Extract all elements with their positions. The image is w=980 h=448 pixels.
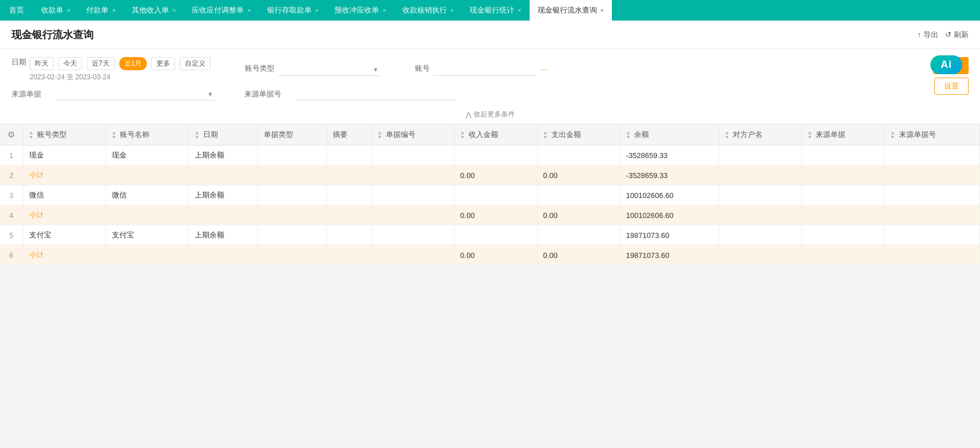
data-table: ⚙ ▲▼ 账号类型 ▲▼ 账号名称 ▲▼ 日期 单据类型 摘 xyxy=(0,124,980,265)
nav-tab-3[interactable]: 应收应付调整单 × xyxy=(184,0,259,21)
date-btn-more[interactable]: 更多 xyxy=(151,57,175,70)
sort-arrows-expense: ▲▼ xyxy=(543,131,548,140)
table-cell xyxy=(885,225,980,245)
table-cell xyxy=(327,146,372,166)
table-cell: 4 xyxy=(0,205,23,225)
table-cell xyxy=(719,245,801,265)
table-cell xyxy=(885,245,980,265)
collapse-row: ⋀ 收起更多条件 xyxy=(11,110,969,119)
source-doc-select[interactable] xyxy=(56,88,216,100)
collapse-button[interactable]: ⋀ 收起更多条件 xyxy=(466,110,515,119)
th-account-type[interactable]: ▲▼ 账号类型 xyxy=(23,124,106,146)
source-doc-no-input[interactable] xyxy=(296,88,456,100)
table-cell xyxy=(719,225,801,245)
th-date[interactable]: ▲▼ 日期 xyxy=(188,124,257,146)
table-cell xyxy=(537,185,620,205)
nav-tab-4[interactable]: 银行存取款单 × xyxy=(259,0,326,21)
nav-home[interactable]: 首页 xyxy=(0,5,33,15)
date-btn-custom[interactable]: 自定义 xyxy=(180,57,211,70)
table-cell: 0.00 xyxy=(537,166,620,185)
table-cell xyxy=(801,146,884,166)
th-income[interactable]: ▲▼ 收入金额 xyxy=(454,124,537,146)
table-cell xyxy=(327,245,372,265)
table-cell xyxy=(537,225,620,245)
nav-tab-6[interactable]: 收款核销执行 × xyxy=(394,0,462,21)
table-cell: 0.00 xyxy=(537,245,620,265)
refresh-button[interactable]: ↺ 刷新 xyxy=(945,30,969,40)
date-btn-1month[interactable]: 近1月 xyxy=(119,57,147,70)
table-cell xyxy=(327,225,372,245)
table-cell xyxy=(885,146,980,166)
table-settings-icon[interactable]: ⚙ xyxy=(7,130,15,139)
sort-arrows-source-doc: ▲▼ xyxy=(808,131,812,140)
close-tab-3[interactable]: × xyxy=(247,7,251,14)
table-cell: 3 xyxy=(0,185,23,205)
close-tab-8[interactable]: × xyxy=(600,7,604,14)
ai-badge[interactable]: Ai xyxy=(930,55,962,74)
table-row: 3微信微信上期余额100102606.60 xyxy=(0,185,980,205)
table-cell xyxy=(258,166,327,185)
table-cell xyxy=(885,185,980,205)
table-cell: 0.00 xyxy=(454,205,537,225)
th-account-name[interactable]: ▲▼ 账号名称 xyxy=(106,124,188,146)
table-cell xyxy=(801,225,884,245)
th-source-doc[interactable]: ▲▼ 来源单据 xyxy=(801,124,884,146)
table-cell xyxy=(188,166,257,185)
date-btn-yesterday[interactable]: 昨天 xyxy=(30,57,54,70)
table-cell: 0.00 xyxy=(537,205,620,225)
table-cell: 100102606.60 xyxy=(620,185,719,205)
account-no-input[interactable] xyxy=(433,63,536,76)
sort-arrows-account-name: ▲▼ xyxy=(112,131,116,140)
close-tab-6[interactable]: × xyxy=(450,7,454,14)
table-cell: 6 xyxy=(0,245,23,265)
table-wrap: ⚙ ▲▼ 账号类型 ▲▼ 账号名称 ▲▼ 日期 单据类型 摘 xyxy=(0,124,980,265)
close-tab-1[interactable]: × xyxy=(112,7,115,14)
table-cell xyxy=(372,205,454,225)
table-cell xyxy=(454,146,537,166)
table-cell xyxy=(454,225,537,245)
refresh-icon: ↺ xyxy=(945,30,951,39)
th-doc-no[interactable]: ▲▼ 单据编号 xyxy=(372,124,454,146)
table-cell: 100102606.60 xyxy=(620,205,719,225)
date-btn-7days[interactable]: 近7天 xyxy=(87,57,115,70)
th-balance[interactable]: ▲▼ 余额 xyxy=(620,124,719,146)
source-doc-no-label: 来源单据号 xyxy=(244,89,281,99)
date-btn-today[interactable]: 今天 xyxy=(58,57,82,70)
table-cell xyxy=(454,185,537,205)
nav-tab-2[interactable]: 其他收入单 × xyxy=(124,0,184,21)
close-tab-0[interactable]: × xyxy=(67,7,70,14)
table-cell xyxy=(801,205,884,225)
table-cell: 小计 xyxy=(23,205,106,225)
table-cell: 现金 xyxy=(106,146,188,166)
nav-tab-0[interactable]: 收款单 × xyxy=(33,0,78,21)
table-cell: 0.00 xyxy=(454,166,537,185)
export-button[interactable]: ↑ 导出 xyxy=(918,30,939,40)
table-cell: 19871073.60 xyxy=(620,245,719,265)
table-cell xyxy=(188,205,257,225)
nav-tab-8[interactable]: 现金银行流水查询 × xyxy=(530,0,612,21)
account-type-label: 账号类型 xyxy=(245,63,275,74)
table-cell xyxy=(106,205,188,225)
th-expense[interactable]: ▲▼ 支出金额 xyxy=(537,124,620,146)
table-cell xyxy=(885,166,980,185)
account-no-dots-button[interactable]: ··· xyxy=(539,64,549,75)
th-source-doc-no[interactable]: ▲▼ 来源单据号 xyxy=(885,124,980,146)
close-tab-4[interactable]: × xyxy=(315,7,318,14)
table-cell: 上期余额 xyxy=(188,225,257,245)
account-type-select[interactable] xyxy=(278,63,381,76)
nav-tab-5[interactable]: 预收冲应收单 × xyxy=(326,0,394,21)
collapse-up-icon: ⋀ xyxy=(466,111,471,119)
close-tab-2[interactable]: × xyxy=(172,7,176,14)
table-cell xyxy=(372,166,454,185)
sort-arrows-balance: ▲▼ xyxy=(626,131,631,140)
settings-button[interactable]: 设置 xyxy=(934,78,969,95)
close-tab-5[interactable]: × xyxy=(382,7,386,14)
th-counterparty[interactable]: ▲▼ 对方户名 xyxy=(719,124,801,146)
table-row: 6小计0.000.0019871073.60 xyxy=(0,245,980,265)
nav-tab-7[interactable]: 现金银行统计 × xyxy=(462,0,529,21)
th-settings[interactable]: ⚙ xyxy=(0,124,23,146)
table-cell xyxy=(801,245,884,265)
table-cell xyxy=(327,166,372,185)
nav-tab-1[interactable]: 付款单 × xyxy=(78,0,123,21)
close-tab-7[interactable]: × xyxy=(518,7,521,14)
